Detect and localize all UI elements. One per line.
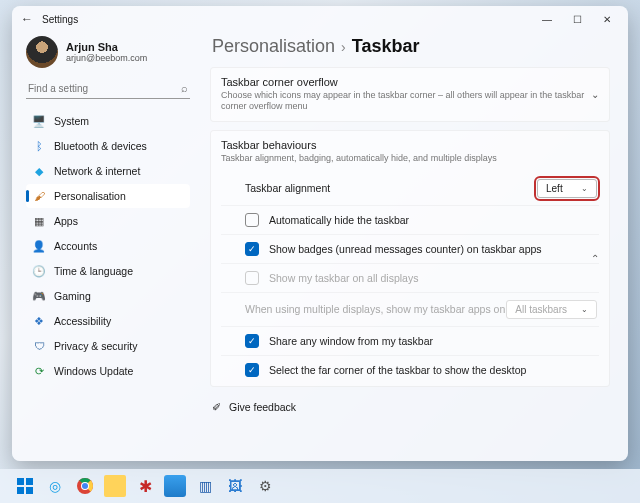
settings-window: ← Settings — ☐ ✕ Arjun Sha arjun@beebom.…	[12, 6, 628, 461]
taskbar-icon[interactable]	[164, 475, 186, 497]
sidebar-item-accessibility[interactable]: ❖Accessibility	[26, 309, 190, 333]
profile[interactable]: Arjun Sha arjun@beebom.com	[26, 36, 190, 68]
sidebar-item-personalisation[interactable]: 🖌Personalisation	[26, 184, 190, 208]
chevron-right-icon: ›	[341, 39, 346, 55]
close-button[interactable]: ✕	[592, 14, 622, 25]
nav-label: System	[54, 115, 89, 127]
nav-label: Bluetooth & devices	[54, 140, 147, 152]
chevron-down-icon: ⌄	[581, 305, 588, 314]
content: Personalisation › Taskbar Taskbar corner…	[200, 32, 628, 461]
feedback-icon: ✐	[212, 401, 221, 413]
give-feedback[interactable]: ✐ Give feedback	[210, 395, 610, 415]
nav-label: Accounts	[54, 240, 97, 252]
row-all-displays: Show my taskbar on all displays	[221, 263, 599, 292]
sidebar-item-accounts[interactable]: 👤Accounts	[26, 234, 190, 258]
dropdown-value: All taskbars	[515, 304, 567, 315]
checkbox[interactable]: ✓	[245, 334, 259, 348]
row-alignment: Taskbar alignment Left ⌄	[221, 172, 599, 205]
nav-icon: ▦	[32, 214, 46, 228]
nav-icon: 🖌	[32, 189, 46, 203]
section-title: Taskbar corner overflow	[221, 76, 599, 88]
start-button[interactable]	[14, 475, 36, 497]
checkbox[interactable]: ✓	[245, 242, 259, 256]
section-title: Taskbar behaviours	[221, 139, 599, 151]
nav-label: Apps	[54, 215, 78, 227]
nav-icon: 🎮	[32, 289, 46, 303]
row-label: Select the far corner of the taskbar to …	[269, 364, 597, 376]
dropdown-value: Left	[546, 183, 563, 194]
checkbox[interactable]: ✓	[245, 363, 259, 377]
nav-icon: ◆	[32, 164, 46, 178]
maximize-button[interactable]: ☐	[562, 14, 592, 25]
section-desc: Taskbar alignment, badging, automaticall…	[221, 153, 599, 164]
row-label: When using multiple displays, show my ta…	[245, 303, 506, 315]
nav-icon: 🕒	[32, 264, 46, 278]
search-input[interactable]	[28, 83, 181, 94]
minimize-button[interactable]: —	[532, 14, 562, 25]
nav-icon: ⟳	[32, 364, 46, 378]
sidebar: Arjun Sha arjun@beebom.com ⌕ 🖥️SystemᛒBl…	[12, 32, 200, 461]
alignment-dropdown[interactable]: Left ⌄	[537, 179, 597, 198]
nav-label: Network & internet	[54, 165, 140, 177]
profile-email: arjun@beebom.com	[66, 53, 147, 63]
row-far-corner[interactable]: ✓ Select the far corner of the taskbar t…	[221, 355, 599, 384]
titlebar: ← Settings — ☐ ✕	[12, 6, 628, 32]
nav-label: Personalisation	[54, 190, 126, 202]
os-taskbar[interactable]: ◎ ✱ ▥ 🖼 ⚙	[0, 469, 640, 503]
taskbar-icon[interactable]: 🖼	[224, 475, 246, 497]
row-share-window[interactable]: ✓ Share any window from my taskbar	[221, 326, 599, 355]
breadcrumb-current: Taskbar	[352, 36, 420, 57]
nav-label: Time & language	[54, 265, 133, 277]
settings-icon[interactable]: ⚙	[254, 475, 276, 497]
sidebar-item-gaming[interactable]: 🎮Gaming	[26, 284, 190, 308]
taskbar-icon[interactable]: ▥	[194, 475, 216, 497]
breadcrumb: Personalisation › Taskbar	[212, 36, 610, 57]
row-label: Show my taskbar on all displays	[269, 272, 597, 284]
sidebar-item-time-language[interactable]: 🕒Time & language	[26, 259, 190, 283]
nav-icon: ᛒ	[32, 139, 46, 153]
sidebar-item-apps[interactable]: ▦Apps	[26, 209, 190, 233]
back-button[interactable]: ←	[18, 12, 36, 26]
nav-icon: 👤	[32, 239, 46, 253]
section-overflow[interactable]: Taskbar corner overflow Choose which ico…	[210, 67, 610, 122]
row-badges[interactable]: ✓ Show badges (unread messages counter) …	[221, 234, 599, 263]
taskbar-icon[interactable]: ◎	[44, 475, 66, 497]
search-box[interactable]: ⌕	[26, 78, 190, 99]
search-icon: ⌕	[181, 82, 188, 94]
row-autohide[interactable]: Automatically hide the taskbar	[221, 205, 599, 234]
nav-label: Windows Update	[54, 365, 133, 377]
feedback-label: Give feedback	[229, 401, 296, 413]
checkbox[interactable]	[245, 213, 259, 227]
sidebar-item-system[interactable]: 🖥️System	[26, 109, 190, 133]
checkbox	[245, 271, 259, 285]
sidebar-item-privacy-security[interactable]: 🛡Privacy & security	[26, 334, 190, 358]
multidisp-dropdown: All taskbars ⌄	[506, 300, 597, 319]
row-label: Automatically hide the taskbar	[269, 214, 597, 226]
row-multi-display: When using multiple displays, show my ta…	[221, 292, 599, 326]
nav-label: Accessibility	[54, 315, 111, 327]
sidebar-item-windows-update[interactable]: ⟳Windows Update	[26, 359, 190, 383]
explorer-icon[interactable]	[104, 475, 126, 497]
row-label: Taskbar alignment	[245, 182, 537, 194]
sidebar-item-network-internet[interactable]: ◆Network & internet	[26, 159, 190, 183]
section-behaviours: Taskbar behaviours Taskbar alignment, ba…	[210, 130, 610, 387]
window-title: Settings	[42, 14, 78, 25]
nav-label: Gaming	[54, 290, 91, 302]
chevron-down-icon: ⌄	[591, 89, 599, 100]
nav-icon: 🖥️	[32, 114, 46, 128]
row-label: Show badges (unread messages counter) on…	[269, 243, 597, 255]
section-desc: Choose which icons may appear in the tas…	[221, 90, 599, 113]
nav-icon: ❖	[32, 314, 46, 328]
taskbar-icon[interactable]: ✱	[134, 475, 156, 497]
nav-label: Privacy & security	[54, 340, 137, 352]
nav-icon: 🛡	[32, 339, 46, 353]
sidebar-item-bluetooth-devices[interactable]: ᛒBluetooth & devices	[26, 134, 190, 158]
chrome-icon[interactable]	[74, 475, 96, 497]
svg-point-4	[82, 483, 88, 489]
chevron-down-icon: ⌄	[581, 184, 588, 193]
breadcrumb-parent[interactable]: Personalisation	[212, 36, 335, 57]
profile-name: Arjun Sha	[66, 41, 147, 53]
avatar	[26, 36, 58, 68]
chevron-up-icon[interactable]: ⌃	[591, 253, 599, 264]
row-label: Share any window from my taskbar	[269, 335, 597, 347]
